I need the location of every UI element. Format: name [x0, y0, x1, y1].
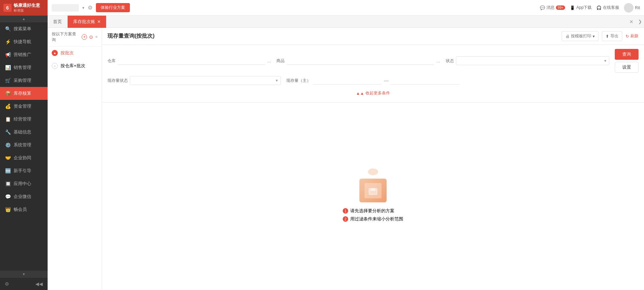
collapse-up-icon: ▲▲: [356, 91, 364, 96]
sidebar-item-inventory-label: 库存核算: [14, 90, 31, 96]
sidebar-item-purchase[interactable]: 🛒 采购管理: [0, 74, 48, 87]
sidebar-item-vip[interactable]: 👑 畅会员: [0, 203, 48, 216]
empty-smoke: [368, 168, 378, 175]
user-menu-btn[interactable]: Rit: [624, 3, 640, 13]
empty-state: 1 请先选择要分析的方案 2 用过滤条件来缩小分析范围: [102, 103, 644, 290]
experience-btn[interactable]: 体验行业方案: [96, 3, 130, 12]
print-btn[interactable]: 🖨 按模板打印 ▾: [562, 31, 598, 41]
left-panel-title: 按以下方案查询: [52, 31, 80, 43]
collapse-sidebar-icon[interactable]: ◀◀: [35, 281, 43, 287]
query-btn[interactable]: 查询: [615, 49, 639, 60]
solution-settings-icon[interactable]: ⊙: [89, 34, 93, 40]
empty-box-inner: [365, 183, 382, 198]
apps-icon: 🔲: [5, 181, 11, 187]
sidebar-item-apps[interactable]: 🔲 应用中心: [0, 177, 48, 190]
sidebar-item-enterprise[interactable]: 🤝 企业协同: [0, 151, 48, 164]
topbar-gear-icon[interactable]: ⚙: [88, 4, 92, 11]
export-label: 导出: [610, 33, 618, 39]
sidebar-item-search-label: 搜索菜单: [14, 26, 31, 32]
status-chevron-icon: ▾: [604, 58, 606, 63]
stock-qty-max-input[interactable]: [391, 77, 460, 85]
collapse-left-panel-icon[interactable]: «: [95, 34, 98, 40]
crown-icon: 👑: [5, 206, 11, 213]
app-version: 标准版: [14, 8, 40, 13]
empty-tips-container: 1 请先选择要分析的方案 2 用过滤条件来缩小分析范围: [343, 208, 403, 224]
tab-batch-account[interactable]: 库存批次账 ✕: [68, 16, 106, 28]
sidebar-item-vip-label: 畅会员: [14, 206, 27, 213]
cart-icon: 🛒: [5, 77, 11, 84]
refresh-label: 刷新: [630, 33, 639, 39]
stock-status-select[interactable]: ▾: [130, 76, 281, 85]
status-label: 状态: [446, 58, 454, 64]
product-input[interactable]: [287, 57, 434, 65]
sidebar-item-management[interactable]: 📋 经营管理: [0, 113, 48, 126]
sidebar-footer: ⚙ ◀◀: [0, 277, 48, 290]
online-service-btn[interactable]: 🎧 在线客服: [596, 5, 619, 11]
tab-close-icon[interactable]: ✕: [97, 19, 101, 24]
sidebar-item-system[interactable]: ⚙️ 系统管理: [0, 139, 48, 151]
refresh-btn[interactable]: ↻ 刷新: [626, 33, 639, 39]
tab-home-label: 首页: [53, 19, 62, 25]
sidebar-scroll-up[interactable]: ▲: [0, 16, 48, 22]
left-panel: 按以下方案查询 + ⊙ « ● 按批次 ○ 按仓库+批次: [48, 28, 102, 290]
tab-close-all-btn[interactable]: ✕: [626, 16, 637, 28]
sidebar-item-quick-nav[interactable]: ⚡ 快捷导航: [0, 35, 48, 48]
empty-illustration: [353, 168, 393, 202]
product-dots-btn[interactable]: ...: [436, 58, 440, 64]
print-chevron-icon: ▾: [593, 34, 595, 39]
toolbar-right: 🖨 按模板打印 ▾ ⬆ 导出 ↻ 刷新: [562, 31, 639, 41]
messages-btn[interactable]: 💬 消息 99+: [540, 5, 565, 11]
refresh-icon: ↻: [626, 34, 629, 39]
left-panel-actions: + ⊙ «: [82, 34, 98, 40]
product-label: 商品: [276, 58, 285, 64]
sidebar-item-enterprise-label: 企业协同: [14, 155, 31, 161]
sidebar-item-newbie[interactable]: 🆕 新手引导: [0, 164, 48, 177]
filter-bar: 仓库 ... 商品 ... 状态 ▾: [102, 45, 644, 103]
message-icon: 💬: [540, 5, 545, 10]
collapse-more-label: 收起更多条件: [366, 90, 390, 96]
sidebar-item-basic-info[interactable]: 🔧 基础信息: [0, 126, 48, 139]
sidebar-item-newbie-label: 新手引导: [14, 168, 31, 174]
add-solution-icon[interactable]: +: [82, 34, 87, 40]
stock-qty-min-input[interactable]: [313, 77, 382, 85]
warehouse-label: 仓库: [107, 58, 116, 64]
settings-icon[interactable]: ⚙: [5, 281, 9, 287]
sidebar-item-search[interactable]: 🔍 搜索菜单: [0, 22, 48, 35]
headset-icon: 🎧: [596, 5, 601, 10]
solution-dot-inactive: ○: [52, 63, 58, 69]
right-panel: 现存量查询(按批次) 🖨 按模板打印 ▾ ⬆ 导出 ↻ 刷新: [102, 28, 644, 290]
sidebar-item-inventory[interactable]: 📦 库存核算: [0, 87, 48, 100]
sidebar-item-finance[interactable]: 💰 资金管理: [0, 100, 48, 113]
sidebar-item-wechat[interactable]: 💬 企业微信: [0, 190, 48, 203]
app-download-btn[interactable]: 📱 App下载: [570, 5, 592, 11]
topbar-chevron-icon: ▾: [82, 5, 84, 10]
search-icon: 🔍: [5, 26, 11, 32]
warehouse-dots-btn[interactable]: ...: [267, 58, 271, 64]
status-select[interactable]: ▾: [456, 56, 609, 65]
sidebar-item-purchase-label: 采购管理: [14, 77, 31, 84]
export-btn[interactable]: ⬆ 导出: [602, 31, 622, 41]
topbar-search-input[interactable]: [52, 4, 79, 12]
sidebar-item-system-label: 系统管理: [14, 142, 31, 148]
stock-status-chevron-icon: ▾: [276, 78, 278, 83]
print-icon: 🖨: [565, 34, 570, 39]
product-filter-group: 商品 ...: [276, 57, 440, 65]
collapse-more-btn[interactable]: ▲▲ 收起更多条件: [107, 88, 639, 98]
sidebar-item-sales[interactable]: 📊 销售管理: [0, 61, 48, 74]
solution-item-batch[interactable]: ● 按批次: [48, 47, 102, 59]
filter-row-2: 现存量状态 ▾ 现存量（主） —: [107, 76, 639, 85]
settings-btn[interactable]: 设置: [615, 62, 639, 73]
export-icon: ⬆: [606, 34, 609, 39]
empty-box: [359, 179, 387, 202]
tab-home[interactable]: 首页: [48, 16, 68, 28]
solution-item-warehouse-batch[interactable]: ○ 按仓库+批次: [48, 59, 102, 72]
sidebar-item-marketing[interactable]: 📢 营销推广: [0, 48, 48, 61]
sidebar-item-basic-info-label: 基础信息: [14, 129, 31, 135]
page-title: 现存量查询(按批次): [107, 33, 155, 40]
wrench-icon: 🔧: [5, 129, 11, 135]
tab-scroll-icon[interactable]: ❯: [638, 19, 644, 24]
sidebar-scroll-down[interactable]: ▼: [0, 271, 48, 277]
warehouse-input[interactable]: [118, 57, 265, 65]
topbar-right: 💬 消息 99+ 📱 App下载 🎧 在线客服 Rit: [540, 3, 640, 13]
solution-dot-active: ●: [52, 50, 58, 56]
